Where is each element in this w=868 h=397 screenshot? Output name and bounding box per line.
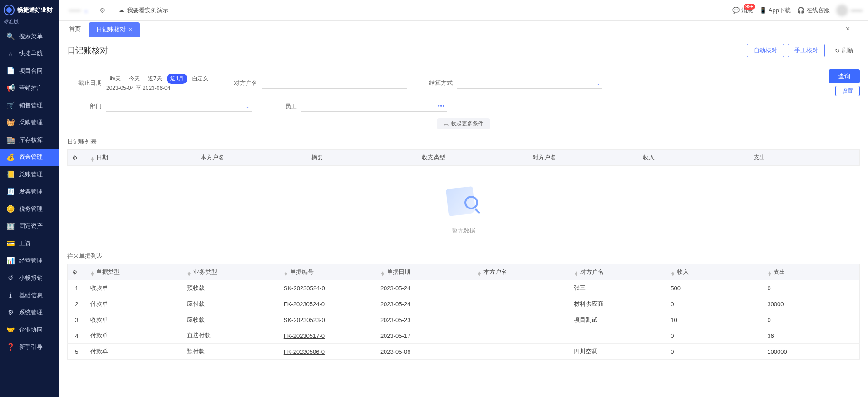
service-button[interactable]: 🎧 在线客服 [797,6,830,15]
nav-label: 项目合同 [19,67,43,75]
sidebar-item-15[interactable]: ℹ基础信息 [0,287,59,304]
tabs-close-all-icon[interactable]: ✕ [843,25,852,33]
cell-date: 2023-05-23 [376,312,473,328]
counter-input[interactable] [262,78,407,89]
sidebar-item-12[interactable]: 💳工资 [0,235,59,252]
table-row[interactable]: 1收款单预收款SK-20230524-02023-05-24张三5000 [68,280,860,296]
journal-col-5[interactable]: 收入 [638,150,749,166]
refresh-button[interactable]: ↻ 刷新 [829,44,860,57]
close-icon[interactable]: ✕ [128,27,133,33]
cell-docno[interactable]: FK-20230506-0 [279,344,376,360]
col-settings[interactable]: ⚙ [68,264,86,280]
sidebar-item-1[interactable]: ⌂快捷导航 [0,45,59,62]
trans-col-5[interactable]: ▲▼对方户名 [569,264,666,280]
journal-col-1[interactable]: 本方户名 [196,150,307,166]
demo-link[interactable]: ☁ 我要看实例演示 [118,6,168,15]
journal-col-6[interactable]: 支出 [749,150,860,166]
cell-self [473,312,569,328]
gear-icon[interactable]: ⚙ [99,6,105,15]
journal-col-2[interactable]: 摘要 [307,150,418,166]
cell-docno[interactable]: SK-20230524-0 [279,280,376,296]
table-row[interactable]: 2付款单应付款FK-20230524-02023-05-24材料供应商03000… [68,296,860,312]
tab-home[interactable]: 首页 [62,21,88,37]
journal-col-3[interactable]: 收支类型 [417,150,528,166]
table-row[interactable]: 4付款单直接付款FK-20230517-02023-05-17036 [68,328,860,344]
sidebar-item-0[interactable]: 🔍搜索菜单 [0,28,59,45]
sort-icon[interactable]: ▲▼ [90,157,95,161]
app-download-button[interactable]: 📱 App下载 [760,6,791,15]
tab-journal-check[interactable]: 日记账核对 ✕ [89,22,140,37]
trans-col-0[interactable]: ▲▼单据类型 [86,264,182,280]
trans-col-4[interactable]: ▲▼本方户名 [473,264,569,280]
auto-check-button[interactable]: 自动核对 [747,44,784,57]
chevron-down-icon: ⌄ [84,7,89,14]
manual-check-button[interactable]: 手工核对 [788,44,825,57]
sidebar-item-14[interactable]: ↺小畅报销 [0,269,59,287]
staff-input[interactable] [301,101,447,112]
nav-icon: 🛒 [6,101,15,109]
tabs-expand-icon[interactable]: ⛶ [856,25,865,33]
sort-icon[interactable]: ▲▼ [284,271,288,276]
sort-icon[interactable]: ▲▼ [380,271,385,276]
date-quick-1[interactable]: 今天 [125,74,143,84]
sort-icon[interactable]: ▲▼ [90,271,95,276]
sort-icon[interactable]: ▲▼ [187,271,192,276]
settings-button[interactable]: 设置 [835,86,860,96]
nav-icon: 💰 [6,153,15,161]
dept-input[interactable] [106,101,252,112]
sidebar-item-17[interactable]: 🤝企业协同 [0,321,59,338]
nav-icon: 📒 [6,170,15,179]
sidebar-item-10[interactable]: 🪙税务管理 [0,200,59,218]
sidebar-item-8[interactable]: 📒总账管理 [0,166,59,183]
sort-icon[interactable]: ▲▼ [574,271,578,276]
chevron-down-icon[interactable]: ⌄ [245,103,250,109]
journal-col-4[interactable]: 对方户名 [528,150,639,166]
nav-label: 新手引导 [19,343,43,351]
cell-out: 36 [763,328,859,344]
sidebar-item-13[interactable]: 📊经营管理 [0,252,59,269]
date-quick-4[interactable]: 自定义 [188,74,212,84]
app-label: App下载 [769,6,791,15]
sort-icon[interactable]: ▲▼ [477,271,482,276]
headset-icon: 🎧 [797,7,804,14]
sidebar-item-16[interactable]: ⚙系统管理 [0,304,59,321]
sidebar-item-4[interactable]: 🛒销售管理 [0,97,59,114]
sort-icon[interactable]: ▲▼ [671,271,675,276]
org-selector[interactable]: —— ⌄ [64,5,93,15]
collapse-filters-button[interactable]: ︽ 收起更多条件 [437,118,490,129]
cell-docno[interactable]: FK-20230517-0 [279,328,376,344]
sidebar-item-9[interactable]: 🧾发票管理 [0,183,59,200]
cell-docno[interactable]: FK-20230524-0 [279,296,376,312]
query-button[interactable]: 查询 [829,69,860,83]
trans-col-3[interactable]: ▲▼单据日期 [376,264,473,280]
trans-col-7[interactable]: ▲▼支出 [763,264,859,280]
col-settings[interactable]: ⚙ [68,150,86,166]
dept-label: 部门 [67,102,102,110]
sort-icon[interactable]: ▲▼ [767,271,772,276]
sidebar-item-18[interactable]: ❓新手引导 [0,338,59,356]
date-quick-3[interactable]: 近1月 [167,74,188,84]
cell-docno[interactable]: SK-20230523-0 [279,312,376,328]
settle-input[interactable] [457,78,602,89]
date-quick-0[interactable]: 昨天 [106,74,124,84]
sidebar-item-6[interactable]: 🏬库存核算 [0,131,59,149]
sidebar-item-11[interactable]: 🏢固定资产 [0,218,59,235]
journal-empty: 暂无数据 [59,166,868,248]
sidebar-item-3[interactable]: 📢营销推广 [0,79,59,97]
sidebar-item-2[interactable]: 📄项目合同 [0,62,59,79]
trans-col-6[interactable]: ▲▼收入 [666,264,763,280]
messages-button[interactable]: 💬 消息 99+ [732,6,753,15]
user-menu[interactable]: —— [836,5,863,16]
sidebar-item-5[interactable]: 🧺采购管理 [0,114,59,131]
date-quick-2[interactable]: 近7天 [144,74,166,84]
sidebar-item-7[interactable]: 💰资金管理 [0,149,59,166]
more-icon[interactable]: ••• [438,103,445,109]
table-row[interactable]: 3收款单应收款SK-20230523-02023-05-23项目测试100 [68,312,860,328]
nav-label: 总账管理 [19,170,43,179]
cell-doctype: 付款单 [86,344,182,360]
trans-col-1[interactable]: ▲▼业务类型 [182,264,279,280]
trans-col-2[interactable]: ▲▼单据编号 [279,264,376,280]
table-row[interactable]: 5付款单预付款FK-20230506-02023-05-06四川空调010000… [68,344,860,360]
journal-col-0[interactable]: ▲▼日期 [86,150,197,166]
chevron-down-icon[interactable]: ⌄ [596,80,601,86]
